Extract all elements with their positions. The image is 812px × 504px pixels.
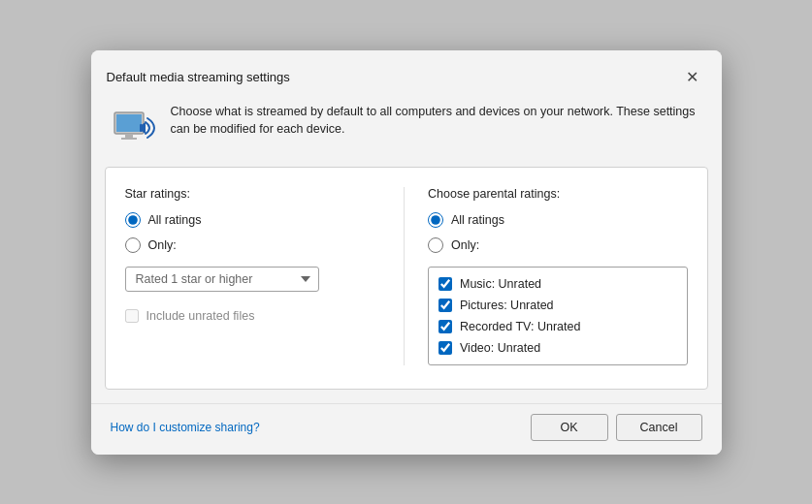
left-panel: Star ratings: All ratings Only: Rated 1 … bbox=[125, 187, 405, 365]
dialog: Default media streaming settings ✕ Choos… bbox=[91, 50, 722, 455]
parental-all-ratings-label: All ratings bbox=[451, 213, 504, 227]
include-unrated-checkbox[interactable] bbox=[125, 309, 139, 323]
parental-item-checkbox[interactable] bbox=[438, 341, 452, 355]
svg-marker-4 bbox=[143, 122, 146, 134]
star-all-ratings-radio[interactable] bbox=[125, 212, 141, 228]
svg-rect-1 bbox=[116, 114, 142, 132]
ok-button[interactable]: OK bbox=[531, 414, 608, 441]
star-all-ratings-label: All ratings bbox=[148, 213, 202, 227]
close-button[interactable]: ✕ bbox=[679, 64, 706, 91]
right-panel: Choose parental ratings: All ratings Onl… bbox=[405, 187, 688, 365]
svg-rect-5 bbox=[140, 124, 143, 132]
dropdown-wrapper: Rated 1 star or higher Rated 2 stars or … bbox=[125, 267, 385, 292]
parental-list-item[interactable]: Pictures: Unrated bbox=[429, 295, 687, 316]
svg-rect-3 bbox=[121, 138, 137, 140]
parental-only-row[interactable]: Only: bbox=[428, 237, 688, 253]
parental-item-checkbox[interactable] bbox=[438, 277, 452, 291]
parental-list-item[interactable]: Music: Unrated bbox=[429, 273, 687, 295]
parental-only-label: Only: bbox=[451, 238, 479, 252]
header-section: Choose what is streamed by default to al… bbox=[91, 99, 722, 167]
parental-item-checkbox[interactable] bbox=[438, 299, 452, 312]
header-text: Choose what is streamed by default to al… bbox=[171, 103, 702, 140]
title-bar: Default media streaming settings ✕ bbox=[91, 50, 722, 99]
svg-rect-2 bbox=[125, 134, 133, 138]
parental-all-ratings-radio[interactable] bbox=[428, 212, 443, 228]
parental-list-box: Music: UnratedPictures: UnratedRecorded … bbox=[428, 267, 688, 365]
parental-item-label: Pictures: Unrated bbox=[460, 299, 554, 312]
star-only-radio[interactable] bbox=[125, 237, 141, 253]
parental-ratings-label: Choose parental ratings: bbox=[428, 187, 688, 201]
star-ratings-label: Star ratings: bbox=[125, 187, 385, 201]
unrated-checkbox-section: Include unrated files bbox=[125, 309, 385, 323]
parental-item-label: Music: Unrated bbox=[460, 277, 541, 291]
main-content: Star ratings: All ratings Only: Rated 1 … bbox=[105, 167, 708, 390]
footer-buttons: OK Cancel bbox=[531, 414, 702, 441]
parental-list-item[interactable]: Video: Unrated bbox=[429, 337, 687, 359]
star-rating-dropdown[interactable]: Rated 1 star or higher Rated 2 stars or … bbox=[125, 267, 319, 292]
star-only-row[interactable]: Only: bbox=[125, 237, 385, 253]
star-all-ratings-row[interactable]: All ratings bbox=[125, 212, 385, 228]
cancel-button[interactable]: Cancel bbox=[616, 414, 702, 441]
footer: How do I customize sharing? OK Cancel bbox=[91, 403, 722, 455]
include-unrated-row[interactable]: Include unrated files bbox=[125, 309, 385, 323]
dialog-title: Default media streaming settings bbox=[107, 70, 290, 84]
parental-all-ratings-row[interactable]: All ratings bbox=[428, 212, 688, 228]
parental-only-radio[interactable] bbox=[428, 237, 443, 253]
star-only-label: Only: bbox=[148, 238, 177, 252]
help-link[interactable]: How do I customize sharing? bbox=[111, 421, 260, 434]
parental-list-item[interactable]: Recorded TV: Unrated bbox=[429, 316, 687, 337]
parental-item-label: Video: Unrated bbox=[460, 341, 540, 355]
media-icon bbox=[111, 105, 157, 151]
parental-item-label: Recorded TV: Unrated bbox=[460, 320, 580, 333]
parental-item-checkbox[interactable] bbox=[438, 320, 452, 333]
include-unrated-label: Include unrated files bbox=[146, 309, 255, 323]
